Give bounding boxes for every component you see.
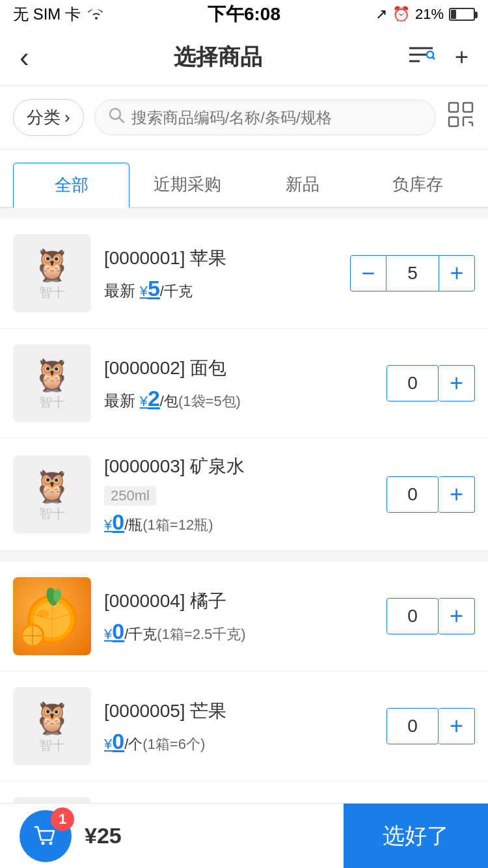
svg-rect-8 [449, 117, 458, 126]
battery-percent: 21% [415, 6, 444, 23]
category-label: 分类 [27, 106, 61, 129]
status-right: ↗ ⏰ 21% [375, 6, 475, 23]
separator [0, 208, 488, 219]
orange-image [20, 584, 85, 649]
product-name-2: [0000002] 面包 [104, 356, 373, 381]
product-qty-4: + [386, 598, 475, 634]
back-button[interactable]: ‹ [20, 41, 29, 74]
price-value-1: 5 [148, 276, 160, 301]
price-symbol-4: ¥ [104, 626, 112, 642]
qty-input-4[interactable] [386, 598, 439, 634]
product-info-3: [0000003] 矿泉水 250ml ¥0/瓶(1箱=12瓶) [104, 454, 373, 535]
tab-new[interactable]: 新品 [245, 163, 360, 207]
product-thumbnail-2: 🦉智十 [13, 344, 91, 422]
price-note-4: (1箱=2.5千克) [157, 626, 245, 642]
nav-bar: ‹ 选择商品 + [0, 29, 488, 86]
filter-icon[interactable] [407, 43, 435, 71]
scan-icon[interactable] [446, 100, 475, 135]
product-list: 🦉智十 [0000001] 苹果 最新 ¥5/千克 − + 🦉智十 [0, 219, 488, 868]
price-symbol-1: ¥ [140, 283, 148, 299]
product-price-3: ¥0/瓶(1箱=12瓶) [104, 509, 373, 535]
qty-increase-4[interactable]: + [439, 598, 475, 634]
svg-point-28 [49, 841, 53, 845]
qty-input-5[interactable] [386, 708, 439, 744]
qty-input-1[interactable] [386, 255, 439, 292]
cart-badge: 1 [51, 807, 74, 831]
table-row: [0000004] 橘子 ¥0/千克(1箱=2.5千克) + [0, 562, 488, 671]
tab-negative[interactable]: 负库存 [360, 163, 475, 207]
product-price-2: 最新 ¥2/包(1袋=5包) [104, 386, 373, 411]
nav-actions: + [407, 43, 468, 71]
product-price-1: 最新 ¥5/千克 [104, 276, 337, 301]
page-title: 选择商品 [174, 42, 262, 72]
price-value-3: 0 [112, 509, 124, 534]
product-info-1: [0000001] 苹果 最新 ¥5/千克 [104, 246, 337, 301]
product-thumbnail-5: 🦉智十 [13, 687, 91, 765]
battery-icon [449, 8, 475, 21]
latest-label: 最新 [104, 282, 135, 299]
owl-logo-icon: 🦉智十 [33, 699, 72, 753]
owl-logo-icon: 🦉智十 [33, 247, 72, 300]
tab-bar: 全部 近期采购 新品 负库存 [0, 150, 488, 208]
product-price-4: ¥0/千克(1箱=2.5千克) [104, 619, 373, 644]
price-note-3: (1箱=12瓶) [142, 517, 213, 533]
product-info-2: [0000002] 面包 最新 ¥2/包(1袋=5包) [104, 356, 373, 411]
product-spec-3: 250ml [104, 486, 156, 506]
price-symbol-2: ¥ [140, 393, 148, 409]
filter-bar: 分类 › [0, 86, 488, 150]
svg-rect-7 [449, 103, 458, 112]
svg-rect-9 [463, 103, 472, 112]
price-unit-5: /个 [124, 736, 142, 752]
price-unit-4: /千克 [124, 626, 157, 642]
owl-logo-icon: 🦉智十 [33, 357, 72, 410]
qty-increase-1[interactable]: + [439, 255, 475, 292]
add-button[interactable]: + [455, 44, 468, 71]
separator [0, 551, 488, 562]
price-unit-1: /千克 [160, 283, 193, 299]
svg-point-17 [36, 610, 49, 617]
product-thumbnail-1: 🦉智十 [13, 234, 91, 312]
price-unit-2: /包 [160, 393, 178, 409]
category-chevron: › [64, 107, 70, 128]
price-value-5: 0 [112, 729, 124, 753]
bottom-bar: 1 ¥25 选好了 [0, 803, 488, 868]
tab-all[interactable]: 全部 [13, 163, 129, 208]
status-bar: 无 SIM 卡 下午6:08 ↗ ⏰ 21% [0, 0, 488, 29]
search-input[interactable] [131, 109, 422, 127]
table-row: 🦉智十 [0000005] 芒果 ¥0/个(1箱=6个) + [0, 671, 488, 781]
carrier-text: 无 SIM 卡 [13, 4, 81, 25]
price-symbol-5: ¥ [104, 736, 112, 752]
status-time: 下午6:08 [208, 2, 280, 27]
tab-recent[interactable]: 近期采购 [129, 163, 245, 207]
confirm-button[interactable]: 选好了 [344, 804, 488, 868]
product-info-5: [0000005] 芒果 ¥0/个(1箱=6个) [104, 699, 373, 754]
qty-decrease-1[interactable]: − [350, 255, 386, 292]
cart-button[interactable]: 1 [20, 810, 72, 862]
alarm-icon: ⏰ [392, 6, 410, 23]
price-note-5: (1箱=6个) [142, 736, 205, 752]
product-price-5: ¥0/个(1箱=6个) [104, 729, 373, 754]
qty-increase-3[interactable]: + [439, 476, 475, 513]
qty-input-3[interactable] [386, 476, 439, 513]
product-qty-3: + [386, 476, 475, 513]
cart-area: 1 ¥25 [0, 810, 344, 862]
price-value-4: 0 [112, 619, 124, 644]
table-row: 🦉智十 [0000002] 面包 最新 ¥2/包(1袋=5包) + [0, 329, 488, 439]
svg-point-27 [42, 841, 45, 845]
wifi-icon [87, 5, 105, 23]
product-qty-2: + [386, 365, 475, 401]
product-qty-1: − + [350, 255, 475, 292]
price-note-2: (1袋=5包) [178, 393, 241, 409]
location-icon: ↗ [375, 6, 387, 23]
qty-input-2[interactable] [386, 365, 439, 401]
qty-increase-5[interactable]: + [439, 708, 475, 744]
price-unit-3: /瓶 [124, 517, 142, 533]
price-symbol-3: ¥ [104, 517, 112, 533]
owl-logo-icon: 🦉智十 [33, 468, 72, 521]
category-button[interactable]: 分类 › [13, 99, 84, 136]
qty-increase-2[interactable]: + [439, 365, 475, 401]
product-thumbnail-4 [13, 577, 91, 655]
price-value-2: 2 [148, 386, 160, 411]
product-name-3: [0000003] 矿泉水 [104, 454, 373, 479]
product-name-1: [0000001] 苹果 [104, 246, 337, 271]
